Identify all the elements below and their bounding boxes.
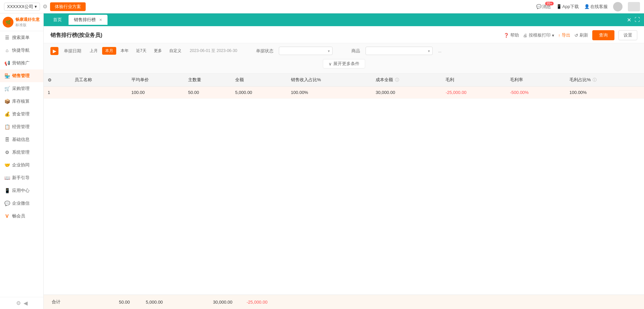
dropdown-icon: ▾	[35, 4, 37, 9]
tab-home-label: 首页	[53, 17, 62, 23]
filter-toggle-btn[interactable]: ▶	[50, 47, 58, 55]
search-icon: ☰	[4, 35, 10, 40]
goods-input-wrap	[366, 47, 433, 55]
footer-gross: -25,000.00	[243, 298, 276, 306]
sidebar-label-system: 系统管理	[12, 149, 30, 155]
table-row: 1 100.00 50.00 5,000.00 100.00% 30,000.0…	[44, 87, 644, 99]
sidebar-label-marketing: 营销推广	[12, 60, 30, 66]
sidebar-item-cooperation[interactable]: 🤝 企业协同	[0, 159, 43, 171]
tab-sales-ranking[interactable]: 销售排行榜 ✕	[69, 15, 108, 25]
avatar[interactable]	[613, 2, 622, 11]
logo-text: 畅康通好生意 标准版	[15, 17, 40, 28]
sidebar-item-marketing[interactable]: 📢 营销推广	[0, 57, 43, 69]
tab-close-icon[interactable]: ✕	[99, 18, 102, 22]
sidebar-item-wechat[interactable]: 💬 企业微信	[0, 197, 43, 210]
tab-home[interactable]: 首页	[48, 15, 67, 25]
th-cost: 成本全额 ⓘ	[372, 73, 441, 87]
export-btn[interactable]: ↑ 导出	[558, 32, 571, 38]
member-icon: V	[4, 213, 10, 219]
sidebar-item-app-center[interactable]: 📱 应用中心	[0, 184, 43, 197]
export-label: 导出	[562, 32, 570, 38]
th-cost-label: 成本全额	[376, 77, 393, 82]
query-button[interactable]: 查询	[592, 30, 614, 40]
goods-input[interactable]	[366, 47, 433, 55]
table-wrap: ⚙ 员工名称 平均单价 主数量 全额 销售收入占比% 成本全额 ⓘ 毛利	[44, 73, 644, 295]
cost-info-icon[interactable]: ⓘ	[395, 78, 399, 82]
trial-button[interactable]: 体验行业方案	[50, 2, 86, 11]
footer-cost: 30,000.00	[209, 298, 243, 306]
app-download-btn[interactable]: 📱 App下载	[556, 4, 579, 10]
th-gross-rate: 毛利率	[506, 73, 565, 87]
content-area: 首页 销售排行榜 ✕ ✕ ⛶ 销售排行榜(按业务员) ❓ 帮助	[44, 13, 644, 309]
sidebar-label-wechat: 企业微信	[12, 200, 30, 206]
gear-icon[interactable]: ⚙	[43, 3, 47, 10]
cooperation-icon: 🤝	[4, 162, 10, 168]
filter-area: ▶ 单据日期 上月 本月 本年 近7天 更多 自定义 2023-06-01 至 …	[44, 43, 644, 73]
th-gross-ratio: 毛利占比% ⓘ	[565, 73, 644, 87]
service-label: 在线客服	[590, 4, 608, 10]
sidebar-item-search-order[interactable]: ☰ 搜索菜单	[0, 31, 43, 44]
sales-ranking-table: ⚙ 员工名称 平均单价 主数量 全额 销售收入占比% 成本全额 ⓘ 毛利	[44, 73, 644, 99]
sidebar-item-sales[interactable]: 🏪 销售管理	[0, 69, 43, 82]
user-menu[interactable]	[628, 2, 640, 11]
sidebar-item-inventory[interactable]: 📦 库存核算	[0, 95, 43, 108]
th-sales-ratio: 销售收入占比%	[287, 73, 372, 87]
expand-btn[interactable]: ∨ 展开更多条件	[323, 59, 365, 68]
date-filter-label: 单据日期	[64, 48, 81, 54]
cell-main-qty: 50.00	[184, 87, 231, 99]
settings-bottom-btn[interactable]: ⚙	[16, 300, 21, 306]
cell-gross: -25,000.00	[441, 87, 506, 99]
date-tab-7days[interactable]: 近7天	[133, 47, 149, 55]
help-label: 帮助	[510, 32, 519, 38]
wechat-icon: 💬	[4, 201, 10, 206]
status-select[interactable]	[279, 47, 333, 55]
chevron-down-icon: ∨	[329, 61, 332, 66]
help-btn[interactable]: ❓ 帮助	[504, 32, 519, 38]
message-btn[interactable]: 💬 消息 99+	[536, 4, 551, 10]
sidebar-label-purchase: 采购管理	[12, 86, 30, 92]
sidebar-item-quick-nav[interactable]: ⌂ 快捷导航	[0, 44, 43, 57]
th-settings: ⚙	[44, 73, 71, 87]
refresh-icon: ↺	[574, 33, 578, 38]
date-tab-more[interactable]: 更多	[151, 47, 165, 55]
sidebar-item-purchase[interactable]: 🛒 采购管理	[0, 82, 43, 95]
sidebar-item-basic-info[interactable]: 🗄 基础信息	[0, 133, 43, 146]
maximize-icon[interactable]: ⛶	[635, 17, 640, 23]
date-tab-this-month[interactable]: 本月	[102, 47, 116, 55]
sidebar-item-member[interactable]: V 畅会员	[0, 210, 43, 222]
date-tab-this-year[interactable]: 本年	[118, 47, 132, 55]
operations-icon: 📋	[4, 124, 10, 130]
footer-avg-price	[88, 301, 115, 303]
sidebar-logo: 🌿 畅康通好生意 标准版	[0, 13, 43, 31]
close-window-icon[interactable]: ✕	[627, 17, 631, 23]
table-body: 1 100.00 50.00 5,000.00 100.00% 30,000.0…	[44, 87, 644, 99]
sidebar-item-finance[interactable]: 💰 资金管理	[0, 108, 43, 120]
sidebar-item-system[interactable]: ⚙ 系统管理	[0, 146, 43, 159]
header-row: ⚙ 员工名称 平均单价 主数量 全额 销售收入占比% 成本全额 ⓘ 毛利	[44, 73, 644, 87]
th-main-qty: 主数量	[184, 73, 231, 87]
sidebar-item-guide[interactable]: 📖 新手引导	[0, 171, 43, 184]
company-selector[interactable]: XXXXXX公司 ▾	[4, 3, 40, 11]
collapse-btn[interactable]: ◀	[24, 300, 28, 306]
sidebar-item-operations[interactable]: 📋 经营管理	[0, 120, 43, 133]
sidebar-label-basic-info: 基础信息	[12, 137, 30, 143]
online-service-btn[interactable]: 👤 在线客服	[584, 4, 608, 10]
print-icon: 🖨	[523, 33, 527, 38]
table-header: ⚙ 员工名称 平均单价 主数量 全额 销售收入占比% 成本全额 ⓘ 毛利	[44, 73, 644, 87]
page-title: 销售排行榜(按业务员)	[50, 32, 102, 39]
date-tab-custom[interactable]: 自定义	[166, 47, 184, 55]
date-tab-last-month[interactable]: 上月	[87, 47, 101, 55]
more-filter-link[interactable]: ...	[438, 49, 441, 53]
print-btn[interactable]: 🖨 按模板打印 ▾	[523, 32, 554, 38]
sidebar-label-finance: 资金管理	[12, 111, 30, 117]
basic-info-icon: 🗄	[4, 137, 10, 142]
cell-cost: 30,000.00	[372, 87, 441, 99]
column-settings-icon[interactable]: ⚙	[48, 78, 52, 83]
filter-row-1: ▶ 单据日期 上月 本月 本年 近7天 更多 自定义 2023-06-01 至 …	[50, 47, 637, 55]
tab-sales-label: 销售排行榜	[74, 17, 96, 23]
settings-button[interactable]: 设置	[618, 30, 637, 40]
cell-gross-ratio: 100.00%	[565, 87, 644, 99]
gross-ratio-info-icon[interactable]: ⓘ	[593, 78, 597, 82]
goods-filter-label: 商品	[351, 48, 360, 54]
refresh-btn[interactable]: ↺ 刷新	[574, 32, 588, 38]
